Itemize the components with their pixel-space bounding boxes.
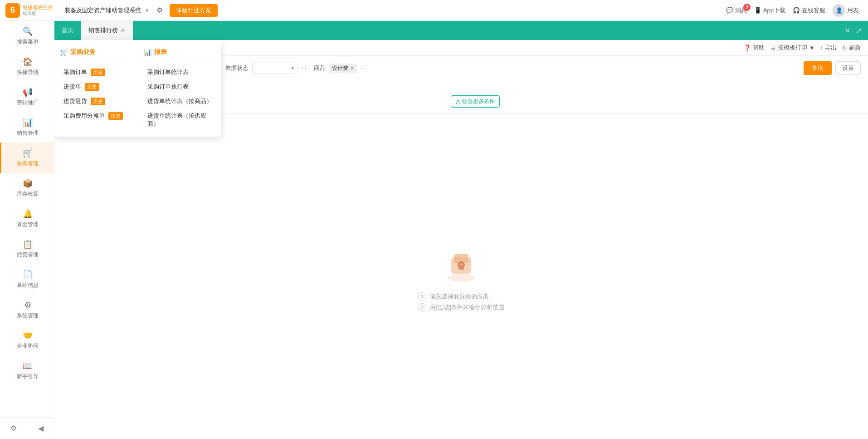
purchase-section: 🛒 采购业务 采购订单 历史 进货单 历史 进货退货 历史 <box>54 45 138 131</box>
tab-expand-btn[interactable]: ⤢ <box>854 25 863 37</box>
phone-icon: 📱 <box>754 7 761 14</box>
tab-bar: 首页 销售排行榜 ✕ ✕ ⤢ <box>54 21 868 40</box>
menu-item-purchase-order-stat[interactable]: 采购订单统计表 <box>144 65 216 79</box>
sidebar-item-sales[interactable]: 📊 销售管理 <box>0 112 54 143</box>
top-bar: 6 畅捷通好生意 标准版 装备及固定资产辅助管理系统 ▼ ⚙ 体验行业方案 💬 … <box>0 0 868 21</box>
industry-btn[interactable]: 体验行业方案 <box>170 4 218 17</box>
doc-status-dots[interactable]: ··· <box>301 64 307 72</box>
goods-label: 商品 <box>314 64 326 72</box>
goods-tag-close[interactable]: ✕ <box>350 65 354 71</box>
filter-doc-status: 单据状态 ▼ ··· <box>225 63 307 74</box>
nav-user[interactable]: 👤 用友 <box>833 4 859 17</box>
sidebar-item-basic-info[interactable]: 📄 基础信息 <box>0 264 54 295</box>
marketing-icon: 📢 <box>23 87 33 97</box>
goods-dots[interactable]: ··· <box>361 64 366 72</box>
sidebar-item-marketing[interactable]: 📢 营销推广 <box>0 82 54 112</box>
export-icon: ↑ <box>820 44 824 51</box>
empty-hint-2: 2 用[过滤]条件来缩小分析范围 <box>418 303 504 311</box>
nav-app-download[interactable]: 📱 App下载 <box>754 6 785 15</box>
sidebar-item-inventory[interactable]: 📦 库存核算 <box>0 173 54 203</box>
menu-item-inbound-stat-supplier[interactable]: 进货单统计表（按供应商） <box>144 109 216 131</box>
purchase-section-icon: 🛒 <box>60 49 68 56</box>
system-title: 装备及固定资产辅助管理系统 <box>64 6 141 15</box>
print-icon: 🖨 <box>770 44 776 51</box>
sidebar-item-quick-nav[interactable]: 🏠 快捷导航 <box>0 51 54 82</box>
inventory-icon: 📦 <box>23 178 33 188</box>
sidebar-settings-btn[interactable]: ⚙ <box>7 422 20 434</box>
menu-item-expense[interactable]: 采购费用分摊单 历史 <box>60 109 132 123</box>
settings-btn[interactable]: 设置 <box>835 61 861 75</box>
purchase-section-title: 🛒 采购业务 <box>60 45 132 61</box>
system-icon: ⚙ <box>24 300 31 310</box>
empty-hints: 1 请先选择要分析的方案 2 用[过滤]条件来缩小分析范围 <box>418 292 504 311</box>
svg-rect-6 <box>458 265 464 270</box>
tab-sales-ranking[interactable]: 销售排行榜 ✕ <box>81 21 133 40</box>
print-arrow-icon: ▼ <box>809 44 815 51</box>
sidebar-item-system[interactable]: ⚙ 系统管理 <box>0 295 54 325</box>
sidebar-collapse-btn[interactable]: ◀ <box>34 422 47 434</box>
doc-status-select[interactable] <box>252 63 297 74</box>
sidebar-item-guide[interactable]: 📖 新手引导 <box>0 355 54 386</box>
collapse-wrapper: ⋀ 收起更多条件 <box>451 95 500 108</box>
title-dropdown-arrow[interactable]: ▼ <box>145 8 150 13</box>
goods-tag: 设计费 ✕ <box>329 64 357 73</box>
doc-status-label: 单据状态 <box>225 64 249 72</box>
collapse-up-icon: ⋀ <box>456 99 460 105</box>
sidebar-item-finance[interactable]: 🔔 资金管理 <box>0 203 54 234</box>
help-btn[interactable]: ❓ 帮助 <box>744 44 765 52</box>
enterprise-icon: 🤝 <box>23 330 33 340</box>
query-btn[interactable]: 查询 <box>804 61 832 75</box>
tab-home[interactable]: 首页 <box>54 21 81 40</box>
finance-icon: 🔔 <box>23 209 33 219</box>
nav-online-service[interactable]: 🎧 在线客服 <box>793 6 825 15</box>
menu-item-inbound[interactable]: 进货单 历史 <box>60 79 132 94</box>
top-right: 💬 消息 9 📱 App下载 🎧 在线客服 👤 用友 <box>726 4 863 17</box>
print-btn[interactable]: 🖨 按模板打印 ▼ <box>770 44 815 52</box>
logo-area: 6 畅捷通好生意 标准版 <box>5 3 60 18</box>
message-icon: 💬 <box>726 7 733 14</box>
tab-spacer <box>133 21 838 40</box>
logo-text: 畅捷通好生意 标准版 <box>23 4 53 16</box>
nav-messages[interactable]: 💬 消息 9 <box>726 6 747 15</box>
content-area: 首页 销售排行榜 ✕ ✕ ⤢ 🛒 采购业务 <box>54 21 868 439</box>
system-settings-icon[interactable]: ⚙ <box>153 4 166 17</box>
main-layout: 🔍 搜索菜单 🏠 快捷导航 📢 营销推广 📊 销售管理 🛒 采购管理 📦 库存核… <box>0 21 868 439</box>
export-btn[interactable]: ↑ 导出 <box>820 44 837 52</box>
sales-icon: 📊 <box>23 118 33 128</box>
empty-hint-1: 1 请先选择要分析的方案 <box>418 292 504 301</box>
sidebar-item-purchase[interactable]: 🛒 采购管理 <box>0 143 54 173</box>
top-center: 装备及固定资产辅助管理系统 ▼ ⚙ 体验行业方案 <box>60 4 726 17</box>
tab-close-icon[interactable]: ✕ <box>121 27 125 34</box>
report-section-icon: 📊 <box>144 49 151 56</box>
guide-icon: 📖 <box>23 361 33 371</box>
operation-icon: 📋 <box>23 239 33 249</box>
filter-actions: 查询 设置 <box>804 61 861 75</box>
help-icon: ❓ <box>744 44 751 51</box>
purchase-icon: 🛒 <box>23 148 33 158</box>
sidebar-bottom: ⚙ ◀ <box>0 417 54 439</box>
menu-item-purchase-order-exec[interactable]: 采购订单执行表 <box>144 79 216 94</box>
headset-icon: 🎧 <box>793 7 800 14</box>
sidebar-item-enterprise[interactable]: 🤝 企业协同 <box>0 325 54 355</box>
avatar: 👤 <box>833 4 845 17</box>
logo-icon: 6 <box>5 3 20 18</box>
report-section: 📊 报表 采购订单统计表 采购订单执行表 进货单统计表（按商品） 进货单统计表（… <box>138 45 222 131</box>
menu-item-purchase-order[interactable]: 采购订单 历史 <box>60 65 132 79</box>
filter-goods: 商品 设计费 ✕ ··· <box>314 64 366 73</box>
purchase-dropdown: 🛒 采购业务 采购订单 历史 进货单 历史 进货退货 历史 <box>54 40 221 137</box>
collapse-btn[interactable]: ⋀ 收起更多条件 <box>451 95 500 108</box>
empty-illustration <box>439 242 484 287</box>
menu-item-return[interactable]: 进货退货 历史 <box>60 94 132 109</box>
empty-state: 1 请先选择要分析的方案 2 用[过滤]条件来缩小分析范围 <box>54 113 868 439</box>
search-icon: 🔍 <box>23 26 33 36</box>
refresh-icon: ↻ <box>842 44 847 51</box>
doc-status-select-wrapper: ▼ <box>252 63 297 74</box>
sidebar-item-operation[interactable]: 📋 经营管理 <box>0 234 54 264</box>
dropdown-menu: 🛒 采购业务 采购订单 历史 进货单 历史 进货退货 历史 <box>54 40 221 137</box>
sidebar-item-search[interactable]: 🔍 搜索菜单 <box>0 21 54 51</box>
tab-close-all-btn[interactable]: ✕ <box>843 25 852 37</box>
refresh-btn[interactable]: ↻ 刷新 <box>842 44 861 52</box>
menu-item-inbound-stat-goods[interactable]: 进货单统计表（按商品） <box>144 94 216 109</box>
home-icon: 🏠 <box>23 57 33 67</box>
tab-actions: ✕ ⤢ <box>838 21 868 40</box>
